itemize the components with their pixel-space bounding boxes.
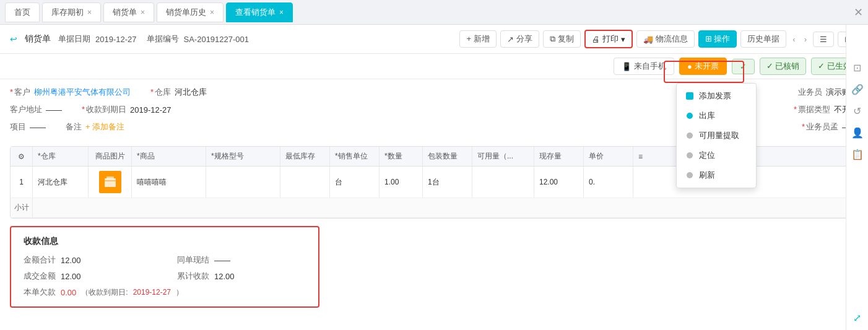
th-product: *商品 bbox=[132, 147, 206, 166]
td-row-num: 1 bbox=[11, 167, 33, 198]
from-phone-button[interactable]: 📱 来自手机 bbox=[614, 58, 674, 75]
td-warehouse: 河北仓库 bbox=[33, 167, 89, 198]
th-minstock: 最低库存 bbox=[280, 147, 330, 166]
share-button[interactable]: ↗ 分享 bbox=[500, 30, 539, 48]
salesperson2-label: 业务员孟 bbox=[802, 121, 838, 132]
payment-settlement-value: —— bbox=[214, 256, 230, 265]
svg-rect-0 bbox=[105, 178, 116, 187]
available-qty-label: 可用量提取 bbox=[699, 130, 739, 141]
tick-button[interactable]: ✓ bbox=[732, 59, 755, 74]
tab-view-sales[interactable]: 查看销货单 × bbox=[226, 2, 293, 22]
sidebar-icon-1[interactable]: ⊡ bbox=[853, 62, 861, 74]
dropdown-add-invoice[interactable]: 添加发票 bbox=[677, 86, 756, 106]
td-available bbox=[472, 167, 534, 198]
payment-total-label: 金额合计 bbox=[24, 254, 56, 266]
payment-grid: 金额合计 12.00 同单现结 —— 成交金额 12.00 累计收款 12.00… bbox=[24, 254, 306, 298]
logistics-button[interactable]: 🚚 物流信息 bbox=[636, 30, 695, 48]
warehouse-value: 河北仓库 bbox=[175, 87, 207, 98]
sidebar-icon-3[interactable]: ↺ bbox=[853, 105, 861, 117]
add-invoice-label: 添加发票 bbox=[699, 90, 731, 102]
payment-outstanding-row: 本单欠款 0.00 （收款到期日: 2019-12-27 ） bbox=[24, 287, 306, 298]
th-packqty: 包装数量 bbox=[423, 147, 472, 166]
tab-inventory[interactable]: 库存期初 × bbox=[42, 2, 101, 22]
available-qty-icon bbox=[685, 131, 694, 140]
td-img bbox=[89, 167, 132, 198]
copy-icon: ⧉ bbox=[550, 34, 555, 44]
dropdown-outbound[interactable]: 出库 bbox=[677, 106, 756, 126]
main-content: ↩ 销货单 单据日期 2019-12-27 单据编号 SA-20191227-0… bbox=[0, 25, 868, 330]
dropdown-available-qty[interactable]: 可用量提取 bbox=[677, 126, 756, 145]
payment-due-date: 2019-12-27 bbox=[133, 288, 171, 297]
th-price: 单价 bbox=[584, 147, 633, 166]
td-subtotal-label: 小计 bbox=[11, 198, 33, 217]
payment-settlement-label: 同单现结 bbox=[177, 254, 209, 266]
grid-view-button[interactable]: ☰ bbox=[813, 32, 834, 47]
tab-view-sales-close[interactable]: × bbox=[279, 8, 284, 17]
td-qty: 1.00 bbox=[380, 167, 423, 198]
tab-sales[interactable]: 销货单 × bbox=[103, 2, 154, 22]
locate-icon bbox=[685, 151, 694, 160]
product-thumbnail bbox=[99, 171, 121, 193]
phone-icon: 📱 bbox=[622, 62, 631, 71]
nav-next-button[interactable]: › bbox=[802, 35, 809, 44]
copy-button[interactable]: ⧉ 复制 bbox=[543, 30, 581, 48]
nav-prev-button[interactable]: ‹ bbox=[790, 35, 797, 44]
payment-due-note: （收款到期日: bbox=[81, 287, 128, 298]
customer-value[interactable]: 柳州粤港平安气体有限公司 bbox=[34, 87, 131, 98]
th-more[interactable]: ≡ bbox=[633, 147, 652, 166]
svg-rect-1 bbox=[106, 176, 114, 180]
window-close-button[interactable]: ✕ bbox=[854, 6, 863, 19]
print-button[interactable]: 🖨 打印 ▾ bbox=[584, 30, 633, 48]
sidebar-icon-4[interactable]: 👤 bbox=[851, 127, 864, 139]
customer-label: 客户 bbox=[10, 87, 30, 98]
warehouse-label: 仓库 bbox=[150, 87, 171, 98]
logistics-icon: 🚚 bbox=[643, 35, 653, 44]
sidebar-icon-2[interactable]: 🔗 bbox=[851, 84, 864, 95]
td-more bbox=[633, 167, 652, 198]
tab-inventory-close[interactable]: × bbox=[87, 8, 92, 17]
payment-transaction-value: 12.00 bbox=[61, 272, 81, 281]
due-date-value: 2019-12-27 bbox=[130, 105, 171, 115]
th-settings[interactable]: ⚙ bbox=[11, 147, 33, 166]
payment-total-row: 金额合计 12.00 bbox=[24, 254, 152, 266]
locate-label: 定位 bbox=[699, 150, 715, 161]
th-available: 可用量（... bbox=[472, 147, 534, 166]
due-date-label: 收款到期日 bbox=[82, 104, 126, 115]
doc-meta: 单据日期 2019-12-27 单据编号 SA-20191227-001 bbox=[58, 33, 249, 45]
tab-history-close[interactable]: × bbox=[210, 8, 214, 17]
operations-button[interactable]: ⊞ 操作 bbox=[698, 30, 737, 48]
dropdown-locate[interactable]: 定位 bbox=[677, 145, 756, 165]
doc-number-label: 单据编号 SA-20191227-001 bbox=[147, 33, 250, 45]
note-label: 备注 bbox=[66, 121, 82, 132]
tab-history[interactable]: 销货单历史 × bbox=[157, 2, 224, 22]
confirmed-button[interactable]: ✓ 已核销 bbox=[760, 58, 807, 75]
new-button[interactable]: + 新增 bbox=[459, 30, 496, 48]
add-invoice-icon bbox=[685, 92, 694, 100]
sidebar-icon-5[interactable]: 📋 bbox=[851, 149, 864, 160]
not-open-button[interactable]: ● 未开票 bbox=[679, 58, 727, 75]
payment-cumulative-value: 12.00 bbox=[214, 272, 235, 281]
doc-date-label: 单据日期 2019-12-27 bbox=[58, 33, 137, 45]
dropdown-refresh[interactable]: 刷新 bbox=[677, 165, 756, 185]
project-label: 项目 bbox=[10, 121, 26, 132]
share-icon: ↗ bbox=[507, 35, 514, 44]
payment-transaction-label: 成交金额 bbox=[24, 271, 56, 282]
add-note-button[interactable]: 添加备注 bbox=[85, 121, 124, 132]
address-field: 客户地址 —— bbox=[10, 104, 62, 115]
doc-type-label: 销货单 bbox=[25, 33, 51, 45]
document-header: ↩ 销货单 单据日期 2019-12-27 单据编号 SA-20191227-0… bbox=[0, 25, 868, 54]
td-product: 嘻嘻嘻嘻 bbox=[132, 167, 206, 198]
sidebar-expand-button[interactable]: ⤢ bbox=[853, 312, 861, 324]
refresh-label: 刷新 bbox=[699, 170, 715, 181]
customer-field: 客户 柳州粤港平安气体有限公司 bbox=[10, 87, 131, 98]
payment-total-value: 12.00 bbox=[61, 256, 81, 265]
history-button[interactable]: 历史单据 bbox=[740, 30, 786, 48]
ticket-icon: ● bbox=[687, 62, 692, 71]
tab-sales-close[interactable]: × bbox=[141, 8, 145, 17]
payment-settlement-row: 同单现结 —— bbox=[177, 254, 306, 266]
tab-bar: 首页 库存期初 × 销货单 × 销货单历史 × 查看销货单 × ✕ bbox=[0, 0, 868, 25]
tab-home[interactable]: 首页 bbox=[5, 2, 40, 22]
doc-actions: + 新增 ↗ 分享 ⧉ 复制 🖨 打印 ▾ 🚚 物流信息 ⊞ 操作 bbox=[459, 30, 858, 48]
operations-dropdown: 添加发票 出库 可用量提取 定位 刷新 bbox=[676, 83, 757, 188]
th-qty: *数量 bbox=[380, 147, 423, 166]
